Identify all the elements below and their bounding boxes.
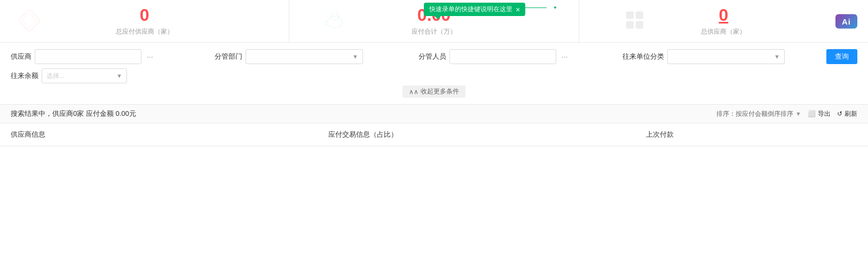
tooltip-close-btn[interactable]: × — [516, 6, 520, 13]
dept-label: 分管部门 — [215, 52, 242, 61]
sort-label: 排序：按应付会额倒序排序 — [716, 109, 793, 119]
payable-suppliers-number: 0 — [140, 6, 149, 25]
export-btn[interactable]: ⬜ 导出 — [808, 109, 831, 119]
total-suppliers-label: 总供应商（家） — [701, 27, 746, 36]
collapse-label: 收起更多条件 — [421, 87, 459, 96]
collapse-row: ∧∧ 收起更多条件 — [11, 83, 857, 100]
balance-filter: 往来余额 选择... ▼ — [11, 68, 127, 83]
refresh-label: 刷新 — [845, 109, 857, 119]
ai-badge: Ai — [835, 14, 857, 28]
sort-select[interactable]: 排序：按应付会额倒序排序 ▼ — [716, 109, 801, 119]
results-summary: 搜索结果中，供应商0家 应付金额 0.00元 — [11, 109, 136, 119]
payable-suppliers-label: 总应付供应商（家） — [116, 27, 173, 36]
balance-chevron-icon: ▼ — [116, 73, 122, 79]
person-input[interactable] — [449, 49, 556, 64]
dept-chevron-icon: ▼ — [352, 53, 358, 60]
svg-rect-6 — [626, 11, 634, 19]
table-body — [0, 146, 868, 275]
dept-filter: 分管部门 ▼ — [215, 49, 412, 64]
refresh-btn[interactable]: ↺ 刷新 — [837, 109, 857, 119]
dept-select[interactable]: ▼ — [246, 49, 363, 64]
search-button[interactable]: 查询 — [826, 49, 857, 64]
table-header: 供应商信息 应付交易信息（占比） 上次付款 — [0, 123, 868, 146]
svg-rect-7 — [636, 11, 643, 19]
supplier-input[interactable] — [35, 49, 141, 64]
svg-rect-8 — [626, 21, 634, 28]
stat-total-suppliers: 0 总供应商（家） Ai — [579, 0, 868, 42]
export-label: 导出 — [818, 109, 831, 119]
refresh-icon: ↺ — [837, 110, 842, 117]
person-dots-btn[interactable]: ··· — [559, 52, 570, 61]
svg-rect-9 — [636, 21, 643, 28]
person-label: 分管人员 — [419, 52, 446, 61]
stat-total-payable-suppliers: 0 总应付供应商（家） — [0, 0, 289, 42]
unit-class-chevron-icon: ▼ — [774, 53, 780, 60]
collapse-btn[interactable]: ∧∧ 收起更多条件 — [403, 85, 465, 98]
tooltip-text: 快速录单的快捷键说明在这里 — [429, 5, 512, 14]
svg-point-2 — [327, 16, 342, 28]
stat-payable-total: 快速录单的快捷键说明在这里 × 0.00 应付合计（万） — [289, 0, 579, 42]
results-bar: 搜索结果中，供应商0家 应付金额 0.00元 排序：按应付会额倒序排序 ▼ ⬜ … — [0, 105, 868, 123]
svg-point-4 — [333, 14, 334, 15]
balance-placeholder: 选择... — [46, 72, 65, 81]
supplier-dots-btn[interactable]: ··· — [145, 52, 155, 61]
th-supplier-info: 供应商信息 — [11, 130, 328, 139]
filter-row-2: 往来余额 选择... ▼ — [11, 68, 857, 83]
sort-chevron-icon: ▼ — [795, 111, 801, 117]
grid-icon — [622, 7, 649, 35]
pig-icon — [321, 7, 348, 35]
unit-class-filter: 往来单位分类 ▼ — [622, 49, 820, 64]
supplier-filter: 供应商 ··· — [11, 49, 208, 64]
balance-select[interactable]: 选择... ▼ — [42, 68, 127, 83]
svg-point-5 — [336, 14, 337, 15]
svg-rect-0 — [18, 9, 41, 32]
filter-row-1: 供应商 ··· 分管部门 ▼ 分管人员 ··· 往来单位分类 ▼ — [11, 49, 857, 64]
results-actions: 排序：按应付会额倒序排序 ▼ ⬜ 导出 ↺ 刷新 — [716, 109, 857, 119]
export-icon: ⬜ — [808, 110, 816, 117]
th-last-payment: 上次付款 — [646, 130, 858, 139]
payable-total-label: 应付合计（万） — [412, 27, 456, 36]
tooltip-indicator — [520, 5, 557, 10]
tooltip-popup: 快速录单的快捷键说明在这里 × — [424, 3, 525, 16]
total-suppliers-number: 0 — [719, 6, 728, 25]
th-payable-info: 应付交易信息（占比） — [328, 130, 646, 139]
supplier-label: 供应商 — [11, 52, 31, 61]
balance-label: 往来余额 — [11, 71, 38, 81]
person-filter: 分管人员 ··· — [419, 49, 616, 64]
diamond-icon — [16, 7, 43, 35]
stats-bar: 0 总应付供应商（家） 快速录单的快捷键说明在这里 × 0.00 应付合计（万） — [0, 0, 868, 43]
collapse-up-icon: ∧∧ — [409, 88, 419, 96]
table-container: 供应商信息 应付交易信息（占比） 上次付款 — [0, 123, 868, 275]
unit-class-select[interactable]: ▼ — [667, 49, 785, 64]
filter-bar: 供应商 ··· 分管部门 ▼ 分管人员 ··· 往来单位分类 ▼ — [0, 43, 868, 105]
unit-class-label: 往来单位分类 — [622, 52, 664, 61]
